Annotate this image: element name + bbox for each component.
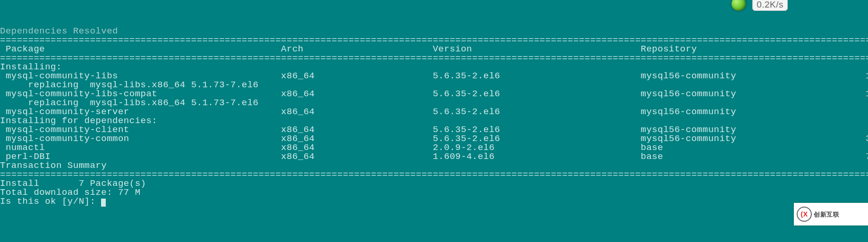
speed-value: 0.2K/s <box>757 0 783 9</box>
speed-overlay: 0.2K/s <box>752 0 788 11</box>
watermark-icon: (X <box>797 207 812 222</box>
hr-header: ========================================… <box>0 54 868 63</box>
watermark-badge: (X 创新互联 <box>794 203 868 225</box>
total-download: Total download size: 77 M <box>0 188 868 197</box>
dep-row-3: perl-DBI x86_64 1.609-4.el6 base 705 k <box>0 152 868 161</box>
watermark-text: 创新互联 <box>814 210 839 219</box>
status-led-icon <box>732 0 746 11</box>
confirm-prompt[interactable]: Is this ok [y/N]: <box>0 197 868 207</box>
cursor-icon <box>101 199 106 207</box>
